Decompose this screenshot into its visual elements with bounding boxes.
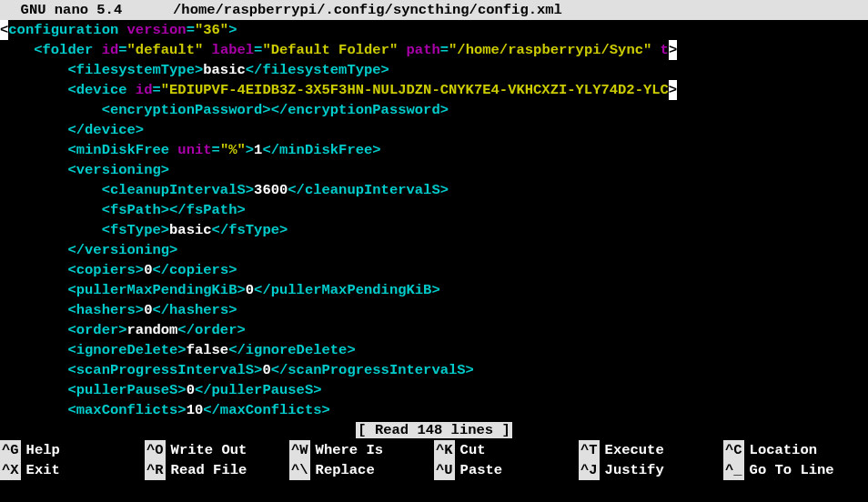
shortcut-label: Cut — [460, 440, 486, 460]
code-line[interactable]: <configuration version="36"> — [0, 20, 868, 40]
shortcut-bar: ^GHelp^OWrite Out^WWhere Is^KCut^TExecut… — [0, 440, 868, 480]
shortcut-key: ^U — [434, 460, 455, 480]
code-line[interactable]: </device> — [0, 120, 868, 140]
shortcut-key: ^R — [145, 460, 166, 480]
shortcut-item[interactable]: ^\Replace — [289, 460, 434, 480]
shortcut-label: Paste — [460, 460, 503, 480]
title-bar: GNU nano 5.4 /home/raspberrypi/.config/s… — [0, 0, 868, 20]
shortcut-item[interactable]: ^TExecute — [579, 440, 723, 460]
shortcut-key: ^W — [289, 440, 310, 460]
code-line[interactable]: <order>random</order> — [0, 320, 868, 340]
editor-area[interactable]: <configuration version="36"> <folder id=… — [0, 20, 868, 420]
app-name: GNU nano 5.4 — [21, 2, 123, 18]
shortcut-key: ^T — [579, 440, 600, 460]
status-message: [ Read 148 lines ] — [356, 422, 511, 438]
shortcut-item[interactable]: ^JJustify — [579, 460, 723, 480]
shortcut-item[interactable]: ^XExit — [0, 460, 145, 480]
shortcut-item[interactable]: ^KCut — [434, 440, 579, 460]
shortcut-key: ^\ — [289, 460, 310, 480]
shortcut-key: ^_ — [723, 460, 744, 480]
code-line[interactable]: <fsPath></fsPath> — [0, 200, 868, 220]
shortcut-key: ^C — [723, 440, 744, 460]
shortcut-label: Help — [26, 440, 60, 460]
code-line[interactable]: </versioning> — [0, 240, 868, 260]
code-line[interactable]: <ignoreDelete>false</ignoreDelete> — [0, 340, 868, 360]
shortcut-item[interactable]: ^CLocation — [723, 440, 868, 460]
code-line[interactable]: <fsType>basic</fsType> — [0, 220, 868, 240]
code-line[interactable]: <versioning> — [0, 160, 868, 180]
shortcut-label: Justify — [605, 460, 664, 480]
code-line[interactable]: <scanProgressIntervalS>0</scanProgressIn… — [0, 360, 868, 380]
code-line[interactable]: <maxConflicts>10</maxConflicts> — [0, 400, 868, 420]
code-line[interactable]: <folder id="default" label="Default Fold… — [0, 40, 868, 60]
code-line[interactable]: <minDiskFree unit="%">1</minDiskFree> — [0, 140, 868, 160]
shortcut-item[interactable]: ^GHelp — [0, 440, 145, 460]
shortcut-label: Write Out — [171, 440, 247, 460]
shortcut-key: ^X — [0, 460, 21, 480]
status-bar: [ Read 148 lines ] — [0, 420, 868, 440]
code-line[interactable]: <pullerMaxPendingKiB>0</pullerMaxPending… — [0, 280, 868, 300]
code-line[interactable]: <device id="EDIUPVF-4EIDB3Z-3X5F3HN-NULJ… — [0, 80, 868, 100]
shortcut-label: Read File — [171, 460, 247, 480]
shortcut-item[interactable]: ^WWhere Is — [289, 440, 434, 460]
code-line[interactable]: <filesystemType>basic</filesystemType> — [0, 60, 868, 80]
code-line[interactable]: <cleanupIntervalS>3600</cleanupIntervalS… — [0, 180, 868, 200]
code-line[interactable]: <pullerPauseS>0</pullerPauseS> — [0, 380, 868, 400]
shortcut-label: Execute — [605, 440, 664, 460]
shortcut-item[interactable]: ^OWrite Out — [145, 440, 289, 460]
code-line[interactable]: <hashers>0</hashers> — [0, 300, 868, 320]
shortcut-key: ^O — [145, 440, 166, 460]
shortcut-key: ^G — [0, 440, 21, 460]
shortcut-label: Go To Line — [750, 460, 834, 480]
shortcut-label: Location — [750, 440, 817, 460]
shortcut-label: Exit — [26, 460, 60, 480]
code-line[interactable]: <encryptionPassword></encryptionPassword… — [0, 100, 868, 120]
file-path: /home/raspberrypi/.config/syncthing/conf… — [173, 2, 562, 18]
shortcut-label: Replace — [316, 460, 375, 480]
shortcut-label: Where Is — [316, 440, 383, 460]
shortcut-key: ^J — [579, 460, 600, 480]
shortcut-item[interactable]: ^RRead File — [145, 460, 289, 480]
shortcut-item[interactable]: ^_Go To Line — [723, 460, 868, 480]
shortcut-item[interactable]: ^UPaste — [434, 460, 579, 480]
code-line[interactable]: <copiers>0</copiers> — [0, 260, 868, 280]
shortcut-key: ^K — [434, 440, 455, 460]
